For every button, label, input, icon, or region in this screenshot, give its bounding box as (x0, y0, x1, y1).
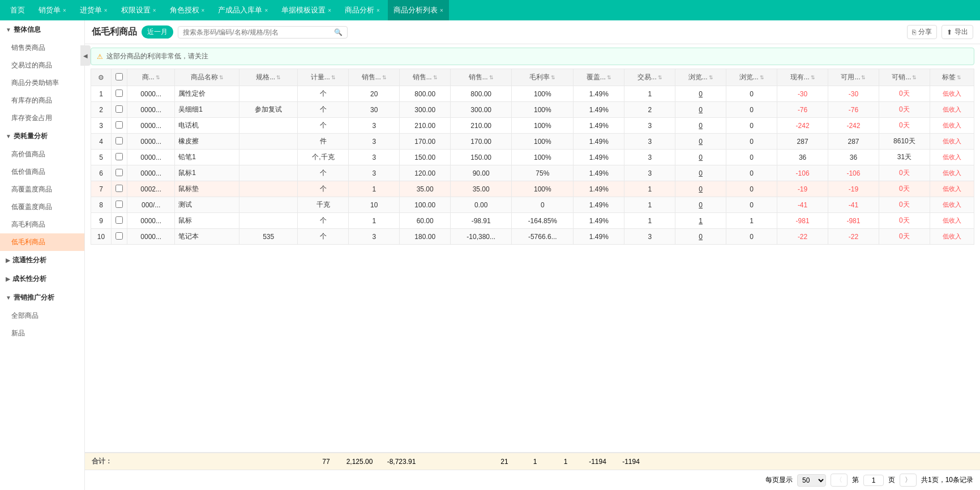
nav-close-icon[interactable]: × (376, 7, 380, 14)
sidebar-item-交易过的商品[interactable]: 交易过的商品 (0, 57, 84, 74)
sort-icon-sales-profit[interactable]: ⇅ (489, 75, 494, 80)
nav-close-icon[interactable]: × (104, 7, 108, 14)
browse1-link[interactable]: 0 (699, 90, 703, 98)
nav-item-商品分析列表[interactable]: 商品分析列表× (388, 0, 449, 20)
nav-close-icon[interactable]: × (264, 7, 268, 14)
row-tag: 低收入 (930, 118, 974, 134)
sidebar-item-高覆盖度商品[interactable]: 高覆盖度商品 (0, 181, 84, 198)
row-no: 5 (91, 150, 112, 165)
nav-item-单据模板设置[interactable]: 单据模板设置× (276, 0, 337, 20)
sidebar-item-全部商品[interactable]: 全部商品 (0, 307, 84, 325)
next-page-button[interactable]: 〉 (900, 474, 917, 487)
sidebar-item-商品分类助销率[interactable]: 商品分类助销率 (0, 74, 84, 92)
sort-icon-sellable[interactable]: ⇅ (912, 75, 917, 80)
sidebar-item-销售类商品[interactable]: 销售类商品 (0, 39, 84, 57)
nav-item-进货单[interactable]: 进货单× (74, 0, 113, 20)
browse1-link[interactable]: 1 (699, 217, 703, 225)
row-code: 0000... (127, 165, 175, 181)
row-checkbox[interactable] (115, 216, 123, 224)
sort-icon-sales-qty[interactable]: ⇅ (382, 75, 387, 80)
browse1-link[interactable]: 0 (699, 122, 703, 130)
sidebar-group-流通性分析[interactable]: ▶流通性分析 (0, 251, 84, 270)
sort-icon-unit[interactable]: ⇅ (331, 75, 336, 80)
sidebar-group-成长性分析[interactable]: ▶成长性分析 (0, 270, 84, 288)
sort-icon-gross-margin[interactable]: ⇅ (551, 75, 555, 80)
browse1-link[interactable]: 0 (699, 233, 703, 241)
row-checkbox[interactable] (115, 137, 123, 144)
browse1-link[interactable]: 0 (699, 138, 703, 146)
sidebar-item-低价值商品[interactable]: 低价值商品 (0, 163, 84, 181)
browse1-link[interactable]: 0 (699, 154, 703, 161)
search-input[interactable] (183, 28, 331, 36)
export-button[interactable]: ⬆ 导出 (942, 25, 973, 39)
nav-close-icon[interactable]: × (202, 7, 205, 14)
browse1-link[interactable]: 0 (699, 201, 703, 209)
sidebar-group-营销推广分析[interactable]: ▼营销推广分析 (0, 288, 84, 307)
row-browse2: 0 (726, 229, 777, 245)
sort-icon-sales-price[interactable]: ⇅ (433, 75, 438, 80)
row-browse2: 0 (726, 165, 777, 181)
row-current-stock: -22 (777, 229, 828, 245)
row-checkbox[interactable] (115, 153, 123, 160)
row-checkbox[interactable] (115, 169, 123, 176)
page-number-input[interactable] (863, 475, 884, 486)
sort-icon-current-stock[interactable]: ⇅ (811, 75, 815, 80)
sort-icon-code[interactable]: ⇅ (156, 75, 160, 80)
nav-close-icon[interactable]: × (440, 7, 443, 14)
sidebar-item-有库存的商品[interactable]: 有库存的商品 (0, 92, 84, 109)
browse1-link[interactable]: 0 (699, 185, 703, 193)
sidebar-item-低覆盖度商品[interactable]: 低覆盖度商品 (0, 198, 84, 216)
nav-item-商品分析[interactable]: 商品分析× (339, 0, 386, 20)
sort-icon-tag[interactable]: ⇅ (957, 75, 961, 80)
nav-close-icon[interactable]: × (328, 7, 331, 14)
share-button[interactable]: ⎘ 分享 (907, 25, 937, 39)
row-sales-price: 150.00 (400, 150, 451, 165)
export-icon: ⬆ (947, 28, 952, 36)
sidebar-item-低毛利商品[interactable]: 低毛利商品 (0, 233, 84, 251)
date-filter-button[interactable]: 近一月 (142, 25, 173, 39)
sort-icon-transaction[interactable]: ⇅ (658, 75, 662, 80)
row-checkbox[interactable] (115, 90, 123, 97)
footer-sales-qty: 77 (315, 458, 337, 466)
nav-item-首页[interactable]: 首页 (5, 0, 31, 20)
row-coverage: 1.49% (574, 229, 624, 245)
row-sales-profit: 0.00 (451, 197, 512, 213)
settings-icon[interactable]: ⚙ (98, 74, 104, 82)
sort-icon-available[interactable]: ⇅ (861, 75, 866, 80)
sidebar-group-类耗量分析[interactable]: ▼类耗量分析 (0, 127, 84, 146)
row-tag: 低收入 (930, 150, 974, 165)
sidebar-item-高毛利商品[interactable]: 高毛利商品 (0, 216, 84, 233)
nav-close-icon[interactable]: × (63, 7, 66, 14)
sort-icon-browse2[interactable]: ⇅ (760, 75, 764, 80)
row-checkbox[interactable] (115, 121, 123, 129)
row-sellable: 31天 (879, 150, 930, 165)
sort-icon-browse1[interactable]: ⇅ (709, 75, 713, 80)
nav-item-权限设置[interactable]: 权限设置× (115, 0, 162, 20)
prev-page-button[interactable]: 〈 (831, 474, 848, 487)
sort-icon-name[interactable]: ⇅ (219, 75, 224, 80)
sidebar-collapse-button[interactable]: ◀ (80, 45, 91, 66)
browse1-link[interactable]: 0 (699, 106, 703, 114)
nav-item-销货单[interactable]: 销货单× (33, 0, 72, 20)
row-checkbox[interactable] (115, 105, 123, 113)
row-checkbox[interactable] (115, 185, 123, 192)
pagination-bar: 每页显示 50 100 200 〈 第 页 〉 共1页，10条记录 (85, 470, 980, 490)
sidebar-item-新品[interactable]: 新品 (0, 325, 84, 342)
search-icon[interactable]: 🔍 (334, 28, 343, 36)
nav-item-产成品入库单[interactable]: 产成品入库单× (212, 0, 273, 20)
sort-icon-coverage[interactable]: ⇅ (607, 75, 611, 80)
sidebar-group-整体信息[interactable]: ▼整体信息 (0, 20, 84, 39)
select-all-checkbox[interactable] (115, 73, 123, 80)
page-size-select[interactable]: 50 100 200 (797, 474, 826, 487)
row-transaction: 3 (624, 134, 675, 150)
sidebar-item-库存资金占用[interactable]: 库存资金占用 (0, 109, 84, 127)
sort-icon-spec[interactable]: ⇅ (276, 75, 281, 80)
nav-item-角色授权[interactable]: 角色授权× (164, 0, 211, 20)
row-checkbox[interactable] (115, 201, 123, 208)
row-checkbox[interactable] (115, 232, 123, 240)
browse1-link[interactable]: 0 (699, 169, 703, 177)
row-spec (239, 150, 297, 165)
nav-close-icon[interactable]: × (153, 7, 156, 14)
sidebar-item-高价值商品[interactable]: 高价值商品 (0, 146, 84, 163)
col-settings[interactable]: ⚙ (91, 69, 112, 86)
